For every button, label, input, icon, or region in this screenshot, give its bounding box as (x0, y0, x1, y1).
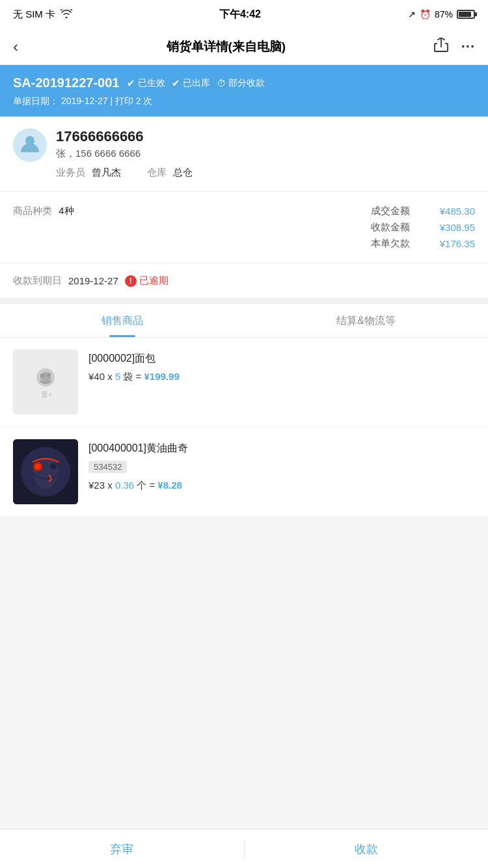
alarm-icon: ⏰ (420, 9, 431, 20)
wifi-icon (61, 9, 72, 20)
banner-top: SA-20191227-001 ✔ 已生效 ✔ 已出库 ⏱ 部分收款 (13, 75, 475, 90)
nav-actions: ··· (434, 38, 475, 56)
location-icon: ↗ (408, 9, 416, 20)
warehouse-value: 总仓 (173, 167, 193, 178)
amount-row: 成交金额 ¥485.30 (371, 205, 475, 217)
nav-bar: ‹ 销货单详情(来自电脑) ··· (0, 29, 488, 65)
date-label: 单据日期： (13, 96, 59, 106)
tab-settlement[interactable]: 结算&物流等 (244, 304, 488, 337)
customer-name-phone: 张，156 6666 6666 (56, 148, 475, 160)
kind-label: 商品种类 (13, 205, 52, 216)
check-icon-2: ✔ (172, 77, 180, 89)
badge-shipped: ✔ 已出库 (172, 77, 210, 89)
summary-amounts: 成交金额 ¥485.30 收款金额 ¥308.95 本单欠款 ¥176.35 (371, 205, 475, 250)
amount-value: ¥485.30 (423, 206, 475, 217)
unit-2: 个 (137, 480, 146, 491)
print-info: | 打印 2 次 (110, 96, 152, 106)
badge-partial-payment: ⏱ 部分收款 (217, 77, 265, 89)
overdue-text: 已逾期 (139, 275, 169, 287)
confirm-button[interactable]: 收款 (245, 831, 489, 867)
page-title: 销货单详情(来自电脑) (167, 38, 286, 55)
due-label: 收款到期日 (13, 275, 62, 287)
product-image-2 (13, 439, 78, 504)
svg-point-11 (50, 463, 57, 470)
summary-kind: 商品种类 4种 (13, 205, 74, 217)
due-section: 收款到期日 2019-12-27 ! 已逾期 (0, 264, 488, 297)
banner-badges: ✔ 已生效 ✔ 已出库 ⏱ 部分收款 (127, 77, 265, 89)
equals-1: = (136, 371, 144, 382)
share-icon[interactable] (434, 38, 448, 56)
status-time: 下午4:42 (219, 8, 261, 21)
back-button[interactable]: ‹ (13, 38, 18, 56)
debt-label: 本单欠款 (371, 237, 410, 250)
product-details-2: [000400001]黄油曲奇 534532 ¥23 x 0.36 个 = ¥8… (88, 439, 475, 492)
list-item: [000400001]黄油曲奇 534532 ¥23 x 0.36 个 = ¥8… (0, 427, 488, 516)
product-price-2: ¥23 x 0.36 个 = ¥8.28 (88, 480, 475, 492)
price-value-2: ¥23 (88, 480, 105, 491)
svg-point-4 (47, 373, 51, 377)
total-value-1: ¥199.99 (144, 371, 180, 382)
amount-label: 成交金额 (371, 205, 410, 217)
unit-1: 袋 (123, 371, 133, 382)
badge-activated: ✔ 已生效 (127, 77, 165, 89)
battery-icon (457, 10, 475, 19)
due-date: 2019-12-27 (68, 275, 118, 286)
banner-date: 单据日期： 2019-12-27 | 打印 2 次 (13, 96, 475, 107)
status-bar: 无 SIM 卡 下午4:42 ↗ ⏰ 87% (0, 0, 488, 29)
summary-section: 商品种类 4种 成交金额 ¥485.30 收款金额 ¥308.95 本单欠款 ¥… (0, 192, 488, 263)
clock-icon: ⏱ (217, 78, 226, 88)
product-name-2: [000400001]黄油曲奇 (88, 442, 475, 455)
sales-value: 曾凡杰 (92, 167, 121, 178)
cancel-button[interactable]: 弃审 (0, 831, 244, 867)
tab-products[interactable]: 销售商品 (0, 304, 244, 337)
debt-value: ¥176.35 (423, 238, 475, 249)
carrier-text: 无 SIM 卡 (13, 8, 55, 21)
battery-percent: 87% (435, 9, 453, 20)
product-image-1: 量+ (13, 349, 78, 414)
list-item: 量+ [0000002]面包 ¥40 x 5 袋 = ¥199.99 (0, 338, 488, 426)
kind-value: 4种 (59, 205, 74, 216)
product-price-1: ¥40 x 5 袋 = ¥199.99 (88, 371, 475, 383)
svg-point-10 (35, 464, 40, 469)
total-value-2: ¥8.28 (157, 480, 182, 491)
received-label: 收款金额 (371, 221, 410, 234)
multiply-2: x (107, 480, 115, 491)
customer-meta: 业务员 曾凡杰 仓库 总仓 (56, 167, 475, 179)
customer-section: 17666666666 张，156 6666 6666 业务员 曾凡杰 仓库 总… (0, 116, 488, 191)
svg-point-3 (40, 373, 44, 377)
section-divider (0, 299, 488, 304)
warehouse-info: 仓库 总仓 (147, 167, 193, 179)
tabs: 销售商品 结算&物流等 (0, 304, 488, 338)
multiply-1: x (107, 371, 115, 382)
product-name-1: [0000002]面包 (88, 352, 475, 366)
product-sku-2: 534532 (88, 461, 127, 473)
sales-info: 业务员 曾凡杰 (56, 167, 121, 179)
equals-2: = (149, 480, 157, 491)
received-value: ¥308.95 (423, 222, 475, 233)
svg-text:量+: 量+ (41, 390, 52, 398)
overdue-badge: ! 已逾期 (125, 275, 169, 287)
user-icon (20, 133, 40, 158)
overdue-dot-icon: ! (125, 275, 137, 287)
avatar (13, 128, 47, 162)
customer-id: 17666666666 (56, 128, 475, 145)
price-value-1: ¥40 (88, 371, 105, 382)
qty-value-2: 0.36 (115, 480, 134, 491)
sales-label: 业务员 (56, 167, 85, 178)
product-list: 量+ [0000002]面包 ¥40 x 5 袋 = ¥199.99 (0, 338, 488, 563)
qty-value-1: 5 (115, 371, 120, 382)
status-left: 无 SIM 卡 (13, 8, 72, 21)
bottom-bar: 弃审 收款 (0, 829, 488, 868)
header-banner: SA-20191227-001 ✔ 已生效 ✔ 已出库 ⏱ 部分收款 单据日期：… (0, 65, 488, 116)
debt-row: 本单欠款 ¥176.35 (371, 237, 475, 250)
order-id: SA-20191227-001 (13, 75, 119, 90)
bottom-spacer (0, 517, 488, 563)
date-value: 2019-12-27 (61, 96, 108, 106)
more-icon[interactable]: ··· (461, 38, 475, 55)
warehouse-label: 仓库 (147, 167, 167, 178)
received-row: 收款金额 ¥308.95 (371, 221, 475, 234)
check-icon-1: ✔ (127, 77, 135, 89)
product-details-1: [0000002]面包 ¥40 x 5 袋 = ¥199.99 (88, 349, 475, 383)
status-right: ↗ ⏰ 87% (408, 9, 475, 20)
customer-info: 17666666666 张，156 6666 6666 业务员 曾凡杰 仓库 总… (56, 128, 475, 179)
